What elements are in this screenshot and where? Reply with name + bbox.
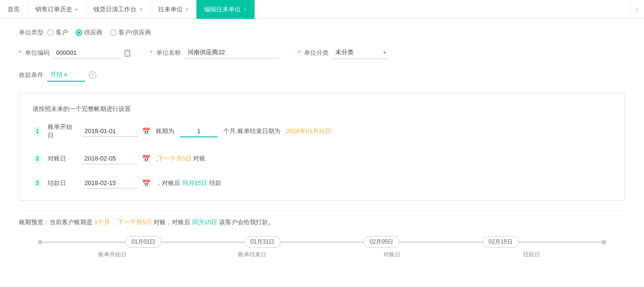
radio-both[interactable]: 客户/供应商: [110, 28, 151, 37]
start-date-input[interactable]: [82, 126, 138, 137]
payment-label: 收款条件: [19, 71, 43, 79]
tab-cashier-close[interactable]: ×: [139, 7, 142, 12]
code-required-star: *: [19, 49, 21, 56]
help-icon-symbol: ?: [91, 73, 94, 78]
main-content: 单位类型 客户 供应商 客户/供应商 * 单位编码 📋 * 单位名称: [0, 19, 644, 287]
setting-row-3: 3 结款日 📅 ，对账后 同月15日 结款: [33, 177, 611, 189]
tab-edit-contact[interactable]: 编辑往来单位 ×: [196, 0, 254, 19]
tab-contacts-label: 往来单位: [158, 5, 183, 14]
row-label-2: 对账日: [48, 154, 76, 163]
code-name-category-row: * 单位编码 📋 * 单位名称 * 单位分类 未分类 ▾: [19, 46, 625, 59]
tabs-arrow[interactable]: ›: [630, 0, 644, 18]
preview-reconcile-suffix: 对账，对账后: [153, 219, 190, 226]
period-suffix-text: 个月,账单结束日期为: [223, 127, 280, 135]
radio-customer[interactable]: 客户: [47, 28, 68, 37]
category-value: 未分类: [335, 48, 381, 57]
row-num-1: 1: [33, 127, 42, 136]
tab-sales-history-close[interactable]: ×: [75, 7, 78, 12]
period-prefix: 账期为: [156, 127, 174, 135]
timeline-left-dot: [38, 240, 42, 245]
help-icon[interactable]: ?: [89, 71, 96, 79]
name-input[interactable]: [185, 47, 279, 59]
row-label-3: 结款日: [48, 179, 76, 187]
timeline-line-2: [161, 242, 244, 243]
timeline-node-1: 01月01日: [125, 236, 161, 248]
unit-type-label: 单位类型: [19, 28, 43, 37]
radio-supplier-circle: [76, 29, 82, 36]
timeline-label-4: 结款日: [523, 251, 540, 259]
payment-row: 收款条件 月结 ▾ ?: [19, 68, 625, 82]
timeline-node-2: 01月31日: [245, 236, 281, 248]
code-copy-icon[interactable]: 📋: [123, 49, 131, 57]
timeline-label-2: 账单结束日: [238, 251, 266, 259]
payment-date-input[interactable]: [82, 177, 138, 189]
radio-customer-label: 客户: [56, 28, 68, 37]
timeline-right-dot: [602, 240, 606, 245]
timeline-labels-row: 账单开始日 账单结束日 对账日 结款日: [19, 251, 625, 259]
reconcile-date-cal-icon[interactable]: 📅: [142, 155, 150, 162]
end-date-highlight: 2018年01月31日: [286, 127, 332, 135]
period-input[interactable]: [180, 126, 218, 137]
tab-contacts-close[interactable]: ×: [186, 7, 188, 12]
timeline-label-1: 账单开始日: [98, 251, 127, 259]
card-instruction: 请按照未来的一个完整帐期进行设置: [33, 105, 611, 113]
preview-reconcile-prefix: 下一个月5日: [118, 219, 152, 226]
tab-sales-history[interactable]: 销售订单历史 ×: [28, 0, 86, 19]
preview-label: 账期预览：当前客户账期是: [19, 219, 93, 226]
tab-cashier-label: 钱货日清工作台: [93, 5, 136, 14]
payment-select[interactable]: 月结 ▾: [47, 68, 85, 82]
timeline-line-1: [42, 242, 125, 243]
category-select[interactable]: 未分类 ▾: [332, 46, 389, 59]
tab-home[interactable]: 首页: [0, 0, 28, 19]
tabs-bar: 首页 销售订单历史 × 钱货日清工作台 × 往来单位 × 编辑往来单位 × ›: [0, 0, 644, 19]
timeline-line-4: [399, 242, 482, 243]
code-input[interactable]: [53, 47, 119, 59]
card-section: 请按照未来的一个完整帐期进行设置 1 账单开始日 📅 账期为 个月,账单结束日期…: [19, 93, 625, 201]
radio-customer-circle: [47, 29, 54, 36]
name-label: 单位名称: [156, 49, 181, 57]
tab-sales-history-label: 销售订单历史: [35, 5, 72, 14]
preview-section: 账期预览：当前客户账期是 1个月， 下一个月5日 对账，对账后 同月15日 该客…: [19, 210, 625, 227]
tab-home-label: 首页: [8, 5, 20, 14]
reconcile-text: ,下一个月5日 对账: [156, 154, 205, 163]
radio-both-circle: [110, 29, 117, 36]
start-date-cal-icon[interactable]: 📅: [142, 127, 150, 135]
timeline-badge-3: 02月05日: [364, 236, 400, 248]
timeline-line-3: [280, 242, 363, 243]
category-required-star: *: [298, 49, 300, 56]
category-dropdown-icon: ▾: [383, 50, 386, 56]
category-label: 单位分类: [304, 49, 329, 57]
tab-edit-contact-close[interactable]: ×: [244, 7, 246, 12]
payment-dropdown-icon: ▾: [64, 72, 67, 78]
row-num-3: 3: [33, 178, 42, 188]
unit-type-row: 单位类型 客户 供应商 客户/供应商: [19, 28, 625, 37]
unit-type-radio-group: 客户 供应商 客户/供应商: [47, 28, 151, 37]
preview-period: 1个月，: [94, 219, 116, 226]
timeline-line-5: [519, 242, 602, 243]
name-required-star: *: [150, 49, 153, 56]
preview-end: 该客户会给我打款。: [219, 219, 274, 226]
code-label: 单位编码: [25, 49, 50, 57]
tab-cashier[interactable]: 钱货日清工作台 ×: [86, 0, 150, 19]
preview-payment-highlight: 同月15日: [192, 219, 217, 226]
radio-supplier[interactable]: 供应商: [76, 28, 102, 37]
tab-contacts[interactable]: 往来单位 ×: [151, 0, 196, 19]
tab-edit-contact-label: 编辑往来单位: [204, 5, 241, 14]
row-label-1: 账单开始日: [48, 123, 76, 140]
reconcile-date-input[interactable]: [82, 153, 138, 164]
timeline-node-3: 02月05日: [364, 236, 400, 248]
setting-row-1: 1 账单开始日 📅 账期为 个月,账单结束日期为 2018年01月31日: [33, 123, 611, 140]
timeline-badge-1: 01月01日: [125, 236, 161, 248]
row-num-2: 2: [33, 154, 42, 163]
timeline-badge-2: 01月31日: [245, 236, 281, 248]
timeline-label-3: 对账日: [383, 251, 400, 259]
timeline-badge-4: 02月15日: [483, 236, 519, 248]
payment-value: 月结: [50, 70, 62, 79]
payment-date-cal-icon[interactable]: 📅: [142, 179, 150, 187]
payment-suffix-text: ，对账后 同月15日 结款: [156, 179, 221, 187]
timeline-wrapper: 01月01日 01月31日 02月05日 02月15日: [19, 236, 625, 259]
timeline-node-4: 02月15日: [483, 236, 519, 248]
radio-both-label: 客户/供应商: [119, 28, 151, 37]
setting-row-2: 2 对账日 📅 ,下一个月5日 对账: [33, 153, 611, 164]
radio-supplier-label: 供应商: [84, 28, 102, 37]
